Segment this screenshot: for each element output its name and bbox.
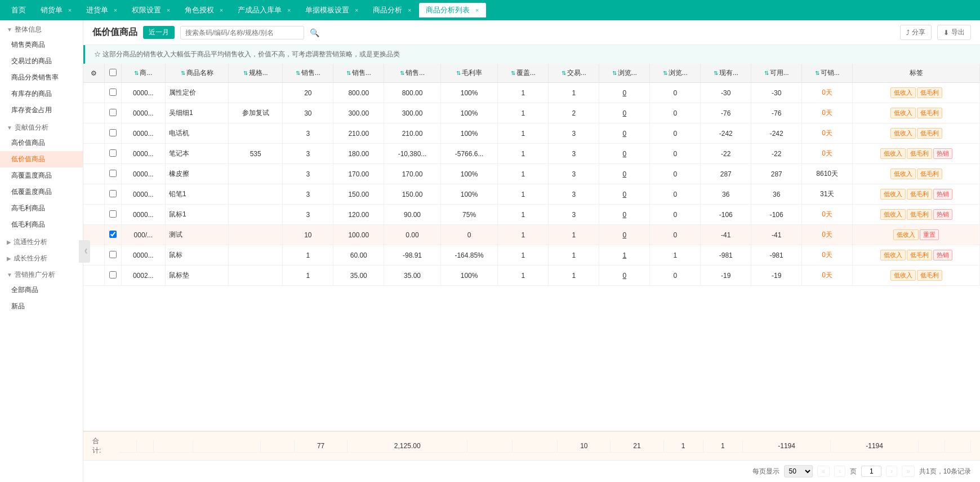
cell-view1[interactable]: 0 [599, 225, 650, 245]
sidebar-item-category-sales[interactable]: 商品分类销售率 [0, 69, 83, 86]
cell-checkbox[interactable] [104, 83, 121, 103]
view1-link[interactable]: 0 [622, 109, 626, 117]
cell-view1[interactable]: 0 [599, 164, 650, 184]
first-page-btn[interactable]: « [817, 466, 830, 477]
prev-page-btn[interactable]: ‹ [834, 466, 845, 477]
nav-inventory[interactable]: 产成品入库单 × [231, 3, 297, 17]
col-spec[interactable]: ⇅规格... [229, 64, 283, 83]
col-available[interactable]: ⇅可用... [751, 64, 802, 83]
col-view1[interactable]: ⇅浏览... [599, 64, 650, 83]
cell-view1[interactable]: 0 [599, 205, 650, 225]
sidebar-item-all-products[interactable]: 全部商品 [0, 282, 83, 298]
view1-link[interactable]: 0 [622, 191, 626, 198]
export-btn[interactable]: ⬇ 导出 [937, 25, 971, 40]
search-input[interactable] [180, 26, 304, 39]
col-sale-price[interactable]: ⇅销售... [333, 64, 384, 83]
sidebar-item-low-value[interactable]: 低价值商品 [0, 151, 83, 167]
row-checkbox[interactable] [109, 210, 117, 218]
sidebar-item-traded-products[interactable]: 交易过的商品 [0, 53, 83, 69]
row-checkbox[interactable] [109, 251, 117, 258]
nav-roles-close[interactable]: × [220, 7, 223, 14]
nav-inventory-close[interactable]: × [287, 7, 291, 14]
view1-link[interactable]: 0 [622, 170, 626, 178]
nav-permissions-close[interactable]: × [167, 7, 170, 14]
sidebar-group-liquidity[interactable]: ▶ 流通性分析 [0, 233, 83, 249]
select-all-checkbox[interactable] [109, 69, 117, 76]
col-settings[interactable]: ⚙ [83, 64, 104, 83]
col-checkbox[interactable] [104, 64, 121, 83]
view1-link[interactable]: 0 [622, 150, 626, 158]
col-sale-qty[interactable]: ⇅销售... [283, 64, 333, 83]
row-checkbox[interactable] [109, 89, 117, 96]
view1-link[interactable]: 1 [622, 251, 626, 259]
view1-link[interactable]: 0 [622, 130, 626, 138]
row-checkbox[interactable] [109, 231, 117, 238]
nav-permissions[interactable]: 权限设置 × [125, 3, 177, 17]
date-filter-btn[interactable]: 近一月 [143, 26, 175, 39]
sidebar-group-overall[interactable]: ▼ 整体信息 [0, 20, 83, 37]
nav-analysis-list-close[interactable]: × [475, 7, 479, 14]
cell-view1[interactable]: 0 [599, 144, 650, 164]
cell-checkbox[interactable] [104, 245, 121, 266]
col-coverage[interactable]: ⇅覆盖... [498, 64, 549, 83]
sidebar-item-inventory-funds[interactable]: 库存资金占用 [0, 102, 83, 118]
cell-checkbox[interactable] [104, 103, 121, 123]
col-sellable[interactable]: ⇅可销... [802, 64, 853, 83]
cell-checkbox[interactable] [104, 225, 121, 245]
nav-purchase-close[interactable]: × [114, 7, 117, 14]
cell-view1[interactable]: 0 [599, 123, 650, 144]
col-view2[interactable]: ⇅浏览... [650, 64, 701, 83]
sidebar-collapse-btn[interactable]: 《 [79, 240, 90, 263]
view1-link[interactable]: 0 [622, 272, 626, 280]
page-size-select[interactable]: 50 100 200 [784, 465, 813, 477]
row-checkbox[interactable] [109, 271, 117, 278]
sidebar-item-low-coverage[interactable]: 低覆盖度商品 [0, 184, 83, 200]
col-trade[interactable]: ⇅交易... [549, 64, 599, 83]
sidebar-group-growth[interactable]: ▶ 成长性分析 [0, 249, 83, 266]
row-checkbox[interactable] [109, 190, 117, 197]
cell-checkbox[interactable] [104, 266, 121, 286]
table-wrapper[interactable]: ⚙ ⇅商... ⇅商品名称 ⇅规格... ⇅销售... ⇅销售... ⇅销售..… [83, 64, 980, 431]
row-checkbox[interactable] [109, 149, 117, 157]
nav-home[interactable]: 首页 [5, 3, 33, 17]
row-checkbox[interactable] [109, 170, 117, 177]
search-icon[interactable]: 🔍 [310, 28, 319, 37]
sidebar-item-new-products[interactable]: 新品 [0, 298, 83, 315]
view1-link[interactable]: 0 [622, 89, 626, 97]
view1-link[interactable]: 0 [622, 231, 626, 239]
last-page-btn[interactable]: » [902, 466, 915, 477]
sidebar-group-contribution[interactable]: ▼ 贡献值分析 [0, 118, 83, 135]
cell-checkbox[interactable] [104, 205, 121, 225]
nav-sales-close[interactable]: × [68, 7, 72, 14]
nav-roles[interactable]: 角色授权 × [178, 3, 230, 17]
nav-templates[interactable]: 单据模板设置 × [299, 3, 365, 17]
sidebar-item-high-margin[interactable]: 高毛利商品 [0, 200, 83, 216]
nav-purchase[interactable]: 进货单 × [79, 3, 124, 17]
cell-view1[interactable]: 0 [599, 184, 650, 205]
nav-analysis-list[interactable]: 商品分析列表 × [419, 3, 485, 17]
nav-analysis[interactable]: 商品分析 × [366, 3, 418, 17]
sidebar-group-marketing[interactable]: ▼ 营销推广分析 [0, 266, 83, 282]
nav-templates-close[interactable]: × [355, 7, 358, 14]
share-btn[interactable]: ⤴ 分享 [900, 25, 932, 40]
next-page-btn[interactable]: › [886, 466, 897, 477]
col-name[interactable]: ⇅商品名称 [166, 64, 229, 83]
col-current-stock[interactable]: ⇅现有... [701, 64, 751, 83]
cell-view1[interactable]: 0 [599, 103, 650, 123]
nav-sales[interactable]: 销货单 × [34, 3, 78, 17]
col-code[interactable]: ⇅商... [121, 64, 165, 83]
page-input[interactable] [861, 466, 881, 477]
col-gross-margin[interactable]: ⇅毛利率 [440, 64, 498, 83]
cell-view1[interactable]: 1 [599, 245, 650, 266]
sidebar-item-high-value[interactable]: 高价值商品 [0, 135, 83, 151]
sidebar-item-sales-products[interactable]: 销售类商品 [0, 37, 83, 53]
cell-checkbox[interactable] [104, 123, 121, 144]
col-sale-amount[interactable]: ⇅销售... [384, 64, 441, 83]
cell-checkbox[interactable] [104, 164, 121, 184]
row-checkbox[interactable] [109, 109, 117, 116]
cell-checkbox[interactable] [104, 184, 121, 205]
sidebar-item-high-coverage[interactable]: 高覆盖度商品 [0, 167, 83, 184]
cell-view1[interactable]: 0 [599, 266, 650, 286]
cell-view1[interactable]: 0 [599, 83, 650, 103]
sidebar-item-low-margin[interactable]: 低毛利商品 [0, 216, 83, 233]
